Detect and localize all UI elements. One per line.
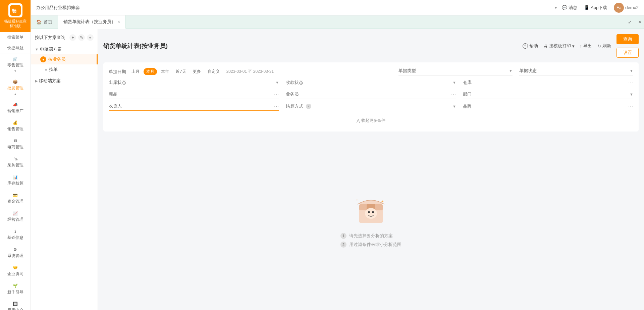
brand-dots[interactable]: ··· [628, 104, 633, 109]
outbound-arrow[interactable]: ▼ [275, 81, 279, 85]
topbar: 办公用品行业模拟账套 ▼ 💬 消息 📱 App下载 Ea demo2 [31, 0, 644, 15]
collapse-panel-button[interactable]: « [87, 34, 94, 41]
sidebar-search[interactable]: 搜索菜单 [0, 32, 31, 43]
department-arrow[interactable]: ▼ [630, 92, 633, 96]
sidebar-item-system[interactable]: ⚙ 系统管理 [0, 244, 31, 262]
query-button[interactable]: 查询 [616, 34, 639, 44]
collapse-icon: « [89, 35, 92, 40]
close-window-button[interactable]: × [636, 19, 644, 25]
app-download-button[interactable]: 📱 App下载 [584, 5, 607, 11]
tab-home[interactable]: 🏠 首页 [31, 15, 58, 29]
settlement-arrow[interactable]: ▼ [452, 104, 456, 108]
sales-icon: 💰 [13, 120, 18, 125]
receipt-arrow[interactable]: ▼ [452, 81, 456, 85]
doc-type-label: 单据类型 [398, 68, 416, 74]
tree-item-by-order[interactable]: ≡ 按单 [31, 64, 98, 74]
print-icon: 🖨 [543, 44, 548, 49]
sidebar-item-apps[interactable]: 🔲 应用中心 [0, 298, 31, 310]
wholesale-icon: 📦 [13, 80, 18, 84]
sidebar-item-newbie[interactable]: 🌱 新手引导 [0, 280, 31, 298]
group-expand-icon: ▼ [35, 47, 39, 51]
sidebar-item-corp[interactable]: 🤝 企业协同 [0, 262, 31, 280]
settings-button[interactable]: 设置 [616, 48, 639, 58]
logo-area[interactable]: 畅 畅捷通好生意 标准版 [0, 0, 31, 32]
desktop-scheme-header[interactable]: ▼ 电脑端方案 [31, 44, 98, 54]
product-dots[interactable]: ··· [274, 92, 279, 97]
print-dropdown-icon: ▾ [572, 44, 575, 49]
doc-status-arrow[interactable]: ▼ [630, 69, 633, 73]
date-tabs: 上月 本月 本年 近7天 更多 自定义 2023-03-01 至 2023-03… [129, 68, 274, 75]
brand-label: 品牌 [463, 103, 480, 109]
salesperson-dots[interactable]: ··· [451, 92, 456, 97]
date-tab-more[interactable]: 更多 [190, 68, 204, 75]
sidebar-item-finance[interactable]: 💳 资金管理 [0, 190, 31, 208]
doc-type-arrow[interactable]: ▼ [509, 69, 513, 73]
svg-text:✦: ✦ [356, 199, 358, 202]
maximize-button[interactable]: ⤢ [624, 19, 636, 24]
help-icon: ? [523, 43, 528, 49]
left-panel: 按以下方案查询 + ✎ « ▼ 电脑端方案 [31, 29, 98, 310]
sidebar-item-sales[interactable]: 💰 销售管理 [0, 117, 31, 135]
left-panel-header: 按以下方案查询 + ✎ « [31, 32, 98, 43]
product-label: 商品 [109, 91, 126, 97]
topbar-dropdown[interactable]: ▼ [554, 5, 558, 10]
svg-text:✦: ✦ [381, 200, 384, 203]
sidebar-item-marketing[interactable]: 📣 营销推广 [0, 99, 31, 117]
date-label: 单据日期 [109, 69, 126, 75]
settlement-clear-button[interactable]: × [306, 104, 311, 109]
outbound-label: 出库状态 [109, 80, 126, 86]
collapse-button[interactable]: ⋀ 收起更多条件 [357, 118, 385, 123]
retail-icon: 🛒 [13, 57, 18, 61]
date-tab-last-month[interactable]: 上月 [129, 68, 142, 75]
warehouse-filter: 仓库 ··· [463, 80, 633, 87]
receiver-dots[interactable]: ··· [274, 103, 279, 109]
sidebar-item-ecommerce[interactable]: 🖥 电商管理 [0, 135, 31, 153]
tip-num-2: 2 [340, 242, 346, 248]
message-icon: 💬 [562, 5, 567, 10]
settlement-label: 结算方式 [286, 103, 303, 109]
sidebar-item-purchase[interactable]: 🛍 采购管理 [0, 153, 31, 171]
app-icon: 📱 [584, 5, 589, 10]
date-tab-custom[interactable]: 自定义 [205, 68, 222, 75]
warehouse-label: 仓库 [463, 80, 480, 86]
sidebar-item-inventory[interactable]: 📊 库存核算 [0, 171, 31, 190]
page-actions: ? 帮助 🖨 按模板打印 ▾ ↑ 导出 ↻ 刷新 [523, 34, 639, 58]
add-scheme-button[interactable]: + [69, 34, 76, 41]
help-button[interactable]: ? 帮助 [523, 43, 538, 49]
date-tab-this-month[interactable]: 本月 [144, 68, 157, 75]
refresh-button[interactable]: ↻ 刷新 [597, 43, 611, 49]
svg-point-7 [372, 211, 374, 213]
department-filter: 部门 ▼ [463, 91, 633, 99]
mobile-scheme-header[interactable]: ▶ 移动端方案 [31, 76, 98, 86]
basic-icon: ℹ [14, 229, 16, 234]
corp-icon: 🤝 [13, 265, 18, 270]
tab-close-button[interactable]: × [118, 19, 120, 24]
message-button[interactable]: 💬 消息 [562, 5, 577, 11]
sidebar-quick-nav[interactable]: 快捷导航 [0, 43, 31, 53]
warehouse-dots[interactable]: ··· [628, 80, 633, 85]
right-panel: 销货单统计表(按业务员) ? 帮助 🖨 按模板打印 ▾ ↑ 导出 [98, 29, 644, 310]
date-tab-this-year[interactable]: 本年 [158, 68, 172, 75]
active-dot: ● [40, 56, 46, 62]
department-label: 部门 [463, 91, 480, 97]
sidebar-item-wholesale[interactable]: 📦 批发管理 ▴ [0, 76, 31, 99]
doc-status-label: 单据状态 [519, 68, 537, 74]
export-button[interactable]: ↑ 导出 [580, 43, 592, 49]
edit-scheme-button[interactable]: ✎ [78, 34, 85, 41]
sidebar-item-retail[interactable]: 🛒 零售管理 ▾ [0, 53, 31, 76]
edit-icon: ✎ [80, 35, 83, 40]
tab-sales-report[interactable]: 销货单统计表（按业务员） × [58, 15, 126, 29]
print-button[interactable]: 🖨 按模板打印 ▾ [543, 43, 575, 49]
user-menu[interactable]: Ea demo2 [614, 3, 639, 13]
sidebar-item-basic[interactable]: ℹ 基础信息 [0, 226, 31, 244]
tip-num-1: 1 [340, 233, 346, 239]
receiver-filter: 收货人 ··· [109, 103, 279, 111]
date-tab-7days[interactable]: 近7天 [173, 68, 189, 75]
logo-icon: 畅 [8, 3, 22, 17]
ecommerce-icon: 🖥 [13, 139, 17, 143]
newbie-icon: 🌱 [13, 283, 18, 288]
system-icon: ⚙ [13, 247, 17, 252]
empty-tips: 1 请先选择要分析的方案 2 用过滤条件来缩小分析范围 [340, 233, 401, 248]
tree-item-by-salesperson[interactable]: ● 按业务员 [31, 54, 98, 64]
sidebar-item-operation[interactable]: 📈 经营管理 [0, 208, 31, 226]
